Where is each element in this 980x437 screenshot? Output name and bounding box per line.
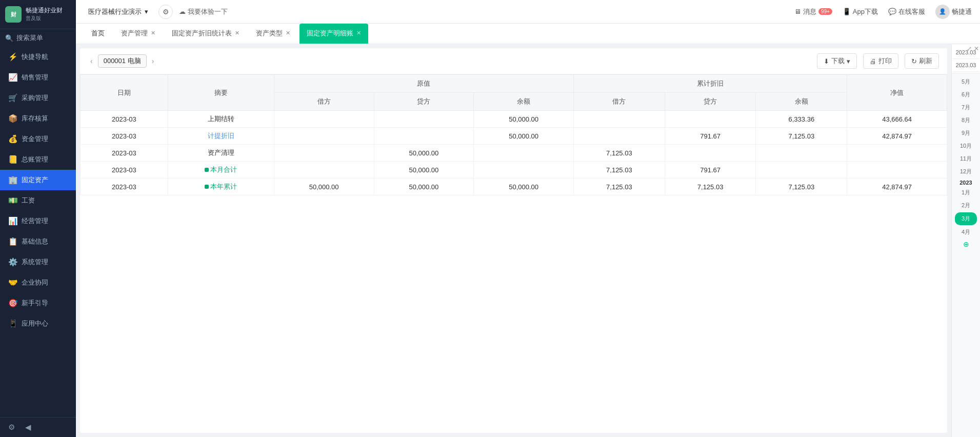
settings-button[interactable]: ⚙ <box>158 5 173 19</box>
cell-summary: 本年累计 <box>168 178 274 195</box>
tl-month-2[interactable]: 2月 <box>952 199 980 212</box>
cell-summary[interactable]: 计提折旧 <box>168 128 274 145</box>
asset-nav-row: ‹ 000001 电脑 › ⬇ 下载 ▾ 🖨 打印 ↻ <box>80 48 947 74</box>
cell-yz-credit: 50,000.00 <box>374 145 474 162</box>
tl-month-6[interactable]: 6月 <box>952 88 980 101</box>
cell-date: 2023-03 <box>81 162 168 178</box>
sidebar-item-guide[interactable]: 🎯 新手引导 <box>0 293 76 313</box>
tl-month-3[interactable]: 3月 <box>955 212 977 225</box>
download-icon: 📱 <box>843 8 851 15</box>
sidebar-item-system[interactable]: ⚙️ 系统管理 <box>0 252 76 272</box>
cell-summary: 资产清理 <box>168 145 274 162</box>
tl-month-12[interactable]: 12月 <box>952 165 980 178</box>
sidebar-search[interactable]: 🔍 搜索菜单 <box>0 29 76 47</box>
cell-net-value <box>847 145 947 162</box>
download-icon: ⬇ <box>824 57 829 65</box>
sidebar-item-quicknav[interactable]: ⚡ 快捷导航 <box>0 47 76 67</box>
apps-icon: 📱 <box>8 319 17 328</box>
tabbar: 首页 资产管理 ✕ 固定资产折旧统计表 ✕ 资产类型 ✕ 固定资产明细账 ✕ <box>76 24 980 44</box>
sidebar-label-purchase: 采购管理 <box>22 93 48 103</box>
tl-down-arrow[interactable]: ⊕ <box>952 239 980 250</box>
tl-month-11[interactable]: 11月 <box>952 152 980 165</box>
sidebar-item-basic[interactable]: 📋 基础信息 <box>0 231 76 252</box>
sidebar-item-purchase[interactable]: 🛒 采购管理 <box>0 88 76 108</box>
cell-net-value: 42,874.97 <box>847 178 947 195</box>
tl-month-8[interactable]: 8月 <box>952 114 980 127</box>
sidebar-bottom: ⚙ ◀ <box>0 417 76 437</box>
tab-asset-type-label: 资产类型 <box>256 29 283 38</box>
sidebar-label-guide: 新手引导 <box>22 299 48 308</box>
timeline-close-button[interactable]: ✕ <box>974 45 979 52</box>
sidebar-item-ledger[interactable]: 📒 总账管理 <box>0 149 76 170</box>
app-download-button[interactable]: 📱 App下载 <box>843 7 878 16</box>
sidebar-item-ops[interactable]: 📊 经营管理 <box>0 211 76 231</box>
cell-yz-credit: 50,000.00 <box>374 178 474 195</box>
sidebar-item-inventory[interactable]: 📦 库存核算 <box>0 108 76 129</box>
system-icon: ⚙️ <box>8 257 17 267</box>
app-logo: 财 畅捷通好业财 普及版 <box>0 0 76 29</box>
cell-date: 2023-03 <box>81 178 168 195</box>
tl-month-5[interactable]: 5月 <box>952 75 980 88</box>
tl-month-1[interactable]: 1月 <box>952 186 980 199</box>
message-button[interactable]: 🖥 消息 99+ <box>794 7 832 16</box>
sidebar-label-collab: 企业协同 <box>22 278 48 287</box>
settings-icon[interactable]: ⚙ <box>8 423 15 432</box>
experience-button[interactable]: ☁ 我要体验一下 <box>179 7 228 16</box>
fixed-icon: 🏢 <box>8 175 17 185</box>
tab-asset-detail-close[interactable]: ✕ <box>356 30 361 36</box>
ledger-icon: 📒 <box>8 155 17 164</box>
tab-depreciation-stat[interactable]: 固定资产折旧统计表 ✕ <box>165 24 247 44</box>
timeline-items: 5月 6月 7月 8月 9月 10月 11月 12月 2023 1月 2月 3月… <box>952 73 980 437</box>
cell-lj-balance: 7,125.03 <box>756 128 847 145</box>
cell-date: 2023-03 <box>81 111 168 128</box>
customer-service-button[interactable]: 💬 在线客服 <box>888 7 925 16</box>
tab-asset-detail-label: 固定资产明细账 <box>307 29 353 38</box>
sidebar-item-funds[interactable]: 💰 资金管理 <box>0 129 76 149</box>
tl-month-4[interactable]: 4月 <box>952 226 980 239</box>
cell-net-value: 42,874.97 <box>847 128 947 145</box>
th-date: 日期 <box>81 75 168 111</box>
tab-asset-type[interactable]: 资产类型 ✕ <box>249 24 297 44</box>
tl-month-7[interactable]: 7月 <box>952 101 980 114</box>
tl-month-10[interactable]: 10月 <box>952 140 980 152</box>
cell-lj-debit <box>574 111 665 128</box>
tab-asset-mgmt[interactable]: 资产管理 ✕ <box>114 24 163 44</box>
cell-lj-balance: 7,125.03 <box>756 178 847 195</box>
sidebar-item-fixed[interactable]: 🏢 固定资产 <box>0 170 76 190</box>
collapse-icon[interactable]: ◀ <box>25 423 31 432</box>
message-label: 消息 <box>803 7 816 16</box>
company-selector[interactable]: 医疗器械行业演示 ▾ <box>84 5 152 18</box>
sidebar-item-salary[interactable]: 💵 工资 <box>0 190 76 211</box>
tab-depreciation-close[interactable]: ✕ <box>235 30 239 36</box>
sidebar-label-apps: 应用中心 <box>22 319 48 328</box>
sidebar-label-sales: 销售管理 <box>22 73 48 82</box>
tab-asset-type-close[interactable]: ✕ <box>286 30 290 36</box>
username-label: 畅捷通 <box>952 7 972 16</box>
download-button[interactable]: ⬇ 下载 ▾ <box>817 53 857 69</box>
salary-icon: 💵 <box>8 196 17 205</box>
sidebar-item-sales[interactable]: 📈 销售管理 <box>0 67 76 88</box>
prev-asset-button[interactable]: ‹ <box>88 56 95 66</box>
cell-lj-credit: 791.67 <box>665 162 756 178</box>
timeline-expand-button[interactable]: ⤢ <box>967 45 972 52</box>
cell-yz-debit: 50,000.00 <box>274 178 374 195</box>
sidebar-item-apps[interactable]: 📱 应用中心 <box>0 313 76 334</box>
funds-icon: 💰 <box>8 134 17 144</box>
cell-lj-credit: 791.67 <box>665 128 756 145</box>
cell-yz-credit <box>374 128 474 145</box>
tab-asset-mgmt-close[interactable]: ✕ <box>151 30 155 36</box>
refresh-button[interactable]: ↻ 刷新 <box>905 53 939 69</box>
user-profile-button[interactable]: 👤 畅捷通 <box>935 5 972 19</box>
tab-depreciation-label: 固定资产折旧统计表 <box>172 29 232 38</box>
print-button[interactable]: 🖨 打印 <box>863 53 898 69</box>
next-asset-button[interactable]: › <box>150 56 156 66</box>
tab-asset-detail[interactable]: 固定资产明细账 ✕ <box>299 24 368 44</box>
collab-icon: 🤝 <box>8 278 17 287</box>
tl-month-9[interactable]: 9月 <box>952 127 980 140</box>
sales-icon: 📈 <box>8 73 17 82</box>
tab-home[interactable]: 首页 <box>84 24 112 44</box>
th-lj-credit: 贷方 <box>665 93 756 111</box>
sidebar-item-collab[interactable]: 🤝 企业协同 <box>0 272 76 293</box>
cell-date: 2023-03 <box>81 145 168 162</box>
cell-summary: 本月合计 <box>168 162 274 178</box>
